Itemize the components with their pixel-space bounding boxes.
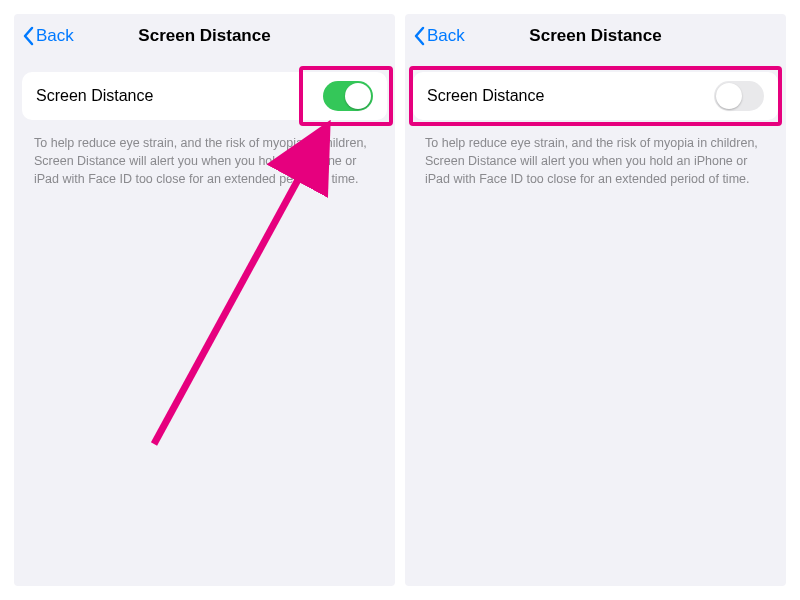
phone-right: Back Screen Distance Screen Distance To … [405,14,786,586]
setting-row-wrap: Screen Distance [413,72,778,120]
back-label: Back [36,26,74,46]
chevron-left-icon [413,26,425,46]
phone-left: Back Screen Distance Screen Distance To … [14,14,395,586]
navbar: Back Screen Distance [14,14,395,58]
navbar: Back Screen Distance [405,14,786,58]
setting-row-wrap: Screen Distance [22,72,387,120]
screen-distance-toggle[interactable] [323,81,373,111]
back-button[interactable]: Back [413,26,465,46]
chevron-left-icon [22,26,34,46]
screen-distance-row[interactable]: Screen Distance [22,72,387,120]
screen-distance-row[interactable]: Screen Distance [413,72,778,120]
back-label: Back [427,26,465,46]
toggle-knob [345,83,371,109]
setting-description: To help reduce eye strain, and the risk … [14,126,395,188]
setting-label: Screen Distance [427,87,544,105]
toggle-knob [716,83,742,109]
content-area: Screen Distance To help reduce eye strai… [14,58,395,188]
setting-description: To help reduce eye strain, and the risk … [405,126,786,188]
screen-distance-toggle[interactable] [714,81,764,111]
comparison-frame: Back Screen Distance Screen Distance To … [14,14,786,586]
back-button[interactable]: Back [22,26,74,46]
setting-label: Screen Distance [36,87,153,105]
content-area: Screen Distance To help reduce eye strai… [405,58,786,188]
